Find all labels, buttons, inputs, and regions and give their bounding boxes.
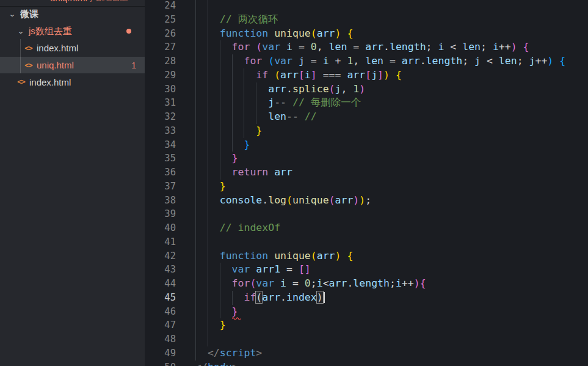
vscode-window: <> uniq.html js数组去重 ⌄微课⌄js数组去重<>index.ht… — [0, 0, 588, 366]
code-token: ) — [353, 194, 359, 206]
code-line[interactable]: 34 } — [145, 138, 588, 152]
code-line[interactable]: 42 function unique(arr) { — [145, 249, 588, 263]
line-number[interactable]: 46 — [145, 305, 176, 319]
chevron-down-icon[interactable]: ⌄ — [6, 10, 19, 18]
code-line[interactable]: 25 // 两次循环 — [145, 13, 588, 27]
line-content: for (var i = 0, len = arr.length; i < le… — [195, 40, 588, 54]
line-number[interactable]: 41 — [145, 235, 176, 249]
tree-file-index.html[interactable]: <>index.html — [0, 73, 145, 90]
code-token: { — [559, 55, 565, 67]
line-number[interactable]: 27 — [145, 40, 176, 54]
code-line[interactable]: 39 — [145, 207, 588, 221]
code-line[interactable]: 30 arr.splice(j, 1) — [145, 82, 588, 97]
line-number[interactable]: 38 — [145, 194, 176, 208]
code-token: i — [493, 41, 499, 53]
line-number[interactable]: 40 — [145, 221, 176, 235]
indent-guide — [195, 277, 196, 291]
code-token: script — [220, 347, 256, 359]
code-line[interactable]: 43 var arr1 = [] — [145, 263, 588, 277]
html-file-icon: <> — [16, 78, 26, 86]
indent-guide — [232, 291, 233, 305]
line-number[interactable]: 25 — [145, 13, 176, 27]
tree-folder-js数组去重[interactable]: ⌄js数组去重 — [0, 23, 145, 40]
line-number[interactable]: 34 — [145, 138, 176, 152]
indent-guide — [256, 96, 256, 110]
code-line[interactable]: 45 if(arr.index) — [145, 291, 588, 305]
line-number[interactable]: 30 — [145, 82, 176, 97]
code-line[interactable]: 50</body> — [145, 361, 588, 366]
indent-guide — [195, 110, 196, 124]
code-token: ] — [311, 69, 317, 81]
tree-file-index.html[interactable]: <>index.html — [0, 40, 145, 57]
code-token: -- — [274, 97, 292, 108]
line-number[interactable]: 47 — [145, 318, 176, 332]
indent-guide — [232, 124, 233, 138]
code-area: 2425 // 两次循环26 function unique(arr) {27 … — [145, 0, 588, 366]
code-token: { — [420, 277, 426, 289]
code-token — [195, 277, 232, 289]
tree-file-uniq.html[interactable]: <>uniq.html1 — [0, 57, 145, 74]
line-number[interactable]: 39 — [145, 207, 176, 221]
line-number[interactable]: 45 — [145, 291, 176, 305]
indent-guide — [256, 110, 256, 124]
indent-guide — [208, 318, 208, 332]
code-token: function — [220, 27, 268, 39]
line-number[interactable]: 49 — [145, 346, 176, 361]
line-number[interactable]: 42 — [145, 249, 176, 263]
code-line[interactable]: 36 return arr — [145, 166, 588, 180]
indent-guide — [195, 180, 196, 194]
line-number[interactable]: 44 — [145, 277, 176, 291]
line-number[interactable]: 50 — [145, 361, 176, 366]
code-line[interactable]: 26 function unique(arr) { — [145, 27, 588, 41]
code-line[interactable]: 31 j-- // 每删除一个 — [145, 96, 588, 110]
code-line[interactable]: 32 len-- // — [145, 110, 588, 124]
code-token: . — [420, 55, 426, 67]
code-line[interactable]: 49 </script> — [145, 346, 588, 361]
code-line[interactable]: 48 — [145, 332, 588, 346]
code-token: = — [347, 41, 365, 53]
code-token: ( — [250, 277, 256, 289]
code-token: // 每删除一个 — [292, 97, 361, 108]
line-number[interactable]: 31 — [145, 96, 176, 110]
line-content: var arr1 = [] — [195, 263, 588, 277]
line-number[interactable]: 37 — [145, 180, 176, 194]
indent-guide — [232, 96, 233, 110]
code-token: ( — [311, 27, 317, 39]
html-file-icon: <> — [37, 0, 47, 2]
open-editor-filename: uniq.html — [50, 0, 87, 3]
code-token: 0 — [311, 41, 317, 53]
code-line[interactable]: 41 — [145, 235, 588, 249]
line-number[interactable]: 33 — [145, 124, 176, 138]
line-number[interactable]: 36 — [145, 166, 176, 180]
code-token: ( — [329, 83, 335, 95]
code-line[interactable]: 44 for(var i = 0;i<arr.length;i++){ — [145, 277, 588, 291]
line-number[interactable]: 29 — [145, 68, 176, 82]
code-token — [274, 277, 280, 289]
line-number[interactable]: 24 — [145, 0, 176, 13]
code-line[interactable]: 27 for (var i = 0, len = arr.length; i <… — [145, 40, 588, 54]
indent-guide — [232, 82, 233, 97]
indent-guide — [208, 332, 208, 346]
code-line[interactable]: 28 for (var j = i + 1, len = arr.length;… — [145, 54, 588, 68]
code-line[interactable]: 35 } — [145, 152, 588, 166]
code-line[interactable]: 38 console.log(unique(arr)); — [145, 194, 588, 208]
line-number[interactable]: 26 — [145, 27, 176, 41]
code-line[interactable]: 29 if (arr[i] === arr[j]) { — [145, 68, 588, 82]
line-number[interactable]: 32 — [145, 110, 176, 124]
code-line[interactable]: 47 } — [145, 318, 588, 332]
code-line[interactable]: 46 } — [145, 305, 588, 319]
code-token: if — [256, 69, 268, 81]
line-number[interactable]: 35 — [145, 152, 176, 166]
chevron-down-icon[interactable]: ⌄ — [15, 27, 27, 35]
code-line[interactable]: 24 — [145, 0, 588, 13]
code-line[interactable]: 33 } — [145, 124, 588, 138]
indent-guide — [195, 138, 196, 152]
line-number[interactable]: 28 — [145, 54, 176, 68]
line-content: for (var j = i + 1, len = arr.length; j … — [195, 54, 588, 68]
code-line[interactable]: 37 } — [145, 180, 588, 194]
code-line[interactable]: 40 // indexOf — [145, 221, 588, 235]
tree-folder-微课[interactable]: ⌄微课 — [0, 6, 145, 23]
line-number[interactable]: 43 — [145, 263, 176, 277]
code-editor[interactable]: 2425 // 两次循环26 function unique(arr) {27 … — [145, 0, 588, 366]
line-number[interactable]: 48 — [145, 332, 176, 346]
